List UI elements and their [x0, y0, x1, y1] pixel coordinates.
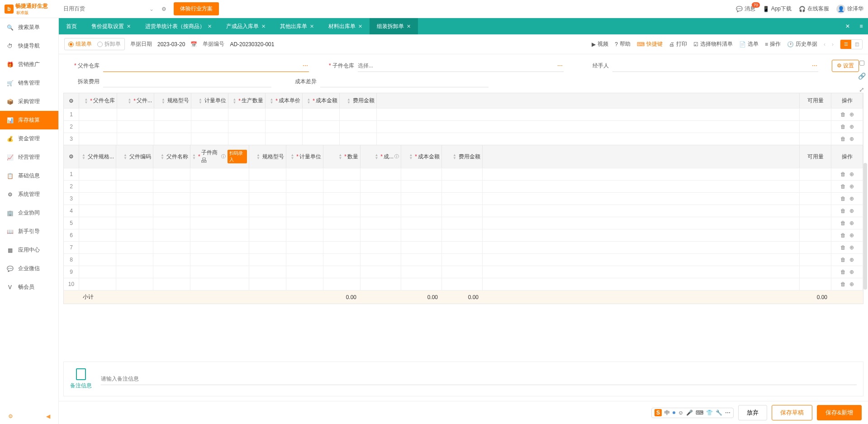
service-link[interactable]: 🎧 在线客服 [799, 5, 829, 13]
gear-button[interactable]: ⚙ [157, 3, 170, 15]
t1-add-3-icon[interactable]: ⊕ [849, 136, 854, 142]
sidebar-item-10[interactable]: 🏢企业协同 [0, 204, 58, 222]
help-link[interactable]: ? 帮助 [615, 40, 631, 48]
handler-picker-icon[interactable]: ⋯ [812, 62, 818, 69]
rail-box-icon[interactable]: ▢ [859, 59, 865, 66]
rail-expand-icon[interactable]: ⤢ [859, 86, 864, 93]
try-industry-button[interactable]: 体验行业方案 [174, 2, 219, 15]
scrollbar[interactable] [863, 163, 867, 290]
t2-del-5-icon[interactable]: 🗑 [840, 220, 846, 226]
tab-close-all[interactable]: ✕ [841, 18, 854, 34]
t1-header-3[interactable]: ▲▼计量单位 [191, 93, 228, 108]
t2-row-10[interactable]: 10🗑⊕ [64, 278, 863, 290]
action-link[interactable]: ≡ 操作 [765, 40, 781, 48]
settings-button[interactable]: ⚙ 设置 [832, 60, 859, 72]
sidebar-item-6[interactable]: 💰资金管理 [0, 129, 58, 148]
t2-gear[interactable]: ⚙ [64, 145, 79, 168]
sidebar-item-0[interactable]: 🔍搜索菜单 [0, 18, 58, 37]
sidebar-item-14[interactable]: V畅会员 [0, 278, 58, 296]
next-button[interactable]: › [832, 41, 834, 48]
t2-del-6-icon[interactable]: 🗑 [840, 232, 846, 238]
sidebar-item-13[interactable]: 💬企业微信 [0, 259, 58, 278]
t2-header-5[interactable]: ▲▼*计量单位 [286, 145, 323, 168]
sidebar-item-5[interactable]: 📊库存核算 [0, 111, 58, 129]
t2-del-1-icon[interactable]: 🗑 [840, 171, 846, 177]
t2-header-9[interactable]: ▲▼费用金额 [442, 145, 483, 168]
print-link[interactable]: 🖨 打印 [669, 40, 687, 48]
shortcut-link[interactable]: ⌨ 快捷键 [637, 40, 663, 48]
tab-0[interactable]: 首页 [59, 18, 84, 34]
rail-link-icon[interactable]: 🔗 [858, 72, 866, 80]
t2-header-1[interactable]: ▲▼父件编码 [116, 145, 153, 168]
history-link[interactable]: 🕑 历史单据 [787, 40, 817, 48]
t1-row-2[interactable]: 2🗑⊕ [64, 120, 863, 133]
t1-header-2[interactable]: ▲▼规格型号 [154, 93, 191, 108]
select-link[interactable]: 📄 选单 [739, 40, 759, 48]
t1-del-1-icon[interactable]: 🗑 [840, 111, 846, 118]
t2-header-7[interactable]: ▲▼*成...ⓘ [360, 145, 401, 168]
t1-del-3-icon[interactable]: 🗑 [840, 136, 846, 142]
t1-add-2-icon[interactable]: ⊕ [849, 124, 854, 130]
tab-2[interactable]: 进货单统计表（按商品）✕ [138, 18, 219, 34]
t2-del-4-icon[interactable]: 🗑 [840, 208, 846, 214]
video-link[interactable]: ▶ 视频 [592, 40, 608, 48]
t2-row-2[interactable]: 2🗑⊕ [64, 180, 863, 192]
t1-del-2-icon[interactable]: 🗑 [840, 124, 846, 130]
t2-del-10-icon[interactable]: 🗑 [840, 281, 846, 287]
t2-row-9[interactable]: 9🗑⊕ [64, 266, 863, 278]
t1-header-0[interactable]: ▲▼*父件仓库 [79, 93, 117, 108]
t2-header-6[interactable]: ▲▼*数量 [323, 145, 360, 168]
t2-header-4[interactable]: ▲▼规格型号 [249, 145, 286, 168]
t1-header-7[interactable]: ▲▼费用金额 [340, 93, 377, 108]
sidebar-item-12[interactable]: ▦应用中心 [0, 241, 58, 259]
handler-input[interactable] [612, 62, 812, 69]
cost-diff-input[interactable] [320, 78, 489, 85]
tab-4[interactable]: 其他出库单✕ [273, 18, 321, 34]
child-wh-picker-icon[interactable]: ⋯ [557, 62, 564, 69]
t1-row-3[interactable]: 3🗑⊕ [64, 133, 863, 145]
t2-row-3[interactable]: 3🗑⊕ [64, 192, 863, 205]
child-wh-input[interactable] [358, 62, 557, 69]
t2-add-1-icon[interactable]: ⊕ [849, 171, 854, 177]
t2-row-1[interactable]: 1🗑⊕ [64, 168, 863, 180]
prev-button[interactable]: ‹ [824, 41, 825, 48]
view-split[interactable]: ◫ [851, 40, 862, 49]
t2-del-3-icon[interactable]: 🗑 [840, 195, 846, 202]
t2-add-10-icon[interactable]: ⊕ [849, 281, 854, 287]
tab-1[interactable]: 售价提取设置✕ [84, 18, 138, 34]
t2-row-4[interactable]: 4🗑⊕ [64, 205, 863, 217]
tab-close-2[interactable]: ✕ [208, 24, 212, 29]
sidebar-item-3[interactable]: 🛒销售管理 [0, 74, 58, 92]
sidebar-item-4[interactable]: 📦采购管理 [0, 92, 58, 111]
t2-header-8[interactable]: ▲▼*成本金额 [401, 145, 442, 168]
t2-add-9-icon[interactable]: ⊕ [849, 269, 854, 275]
app-download-link[interactable]: 📱 App下载 [763, 5, 792, 13]
tab-6[interactable]: 组装拆卸单✕ [370, 18, 418, 34]
t1-row-1[interactable]: 1🗑⊕ [64, 108, 863, 120]
tab-close-5[interactable]: ✕ [358, 24, 362, 29]
parent-wh-picker-icon[interactable]: ⋯ [303, 62, 309, 69]
date-value[interactable]: 2023-03-20 [157, 41, 185, 48]
t1-add-1-icon[interactable]: ⊕ [849, 111, 854, 118]
tab-3[interactable]: 产成品入库单✕ [219, 18, 273, 34]
t2-add-7-icon[interactable]: ⊕ [849, 244, 854, 251]
material-list-link[interactable]: ☑ 选择物料清单 [693, 40, 733, 48]
sidebar-item-1[interactable]: ⏱快捷导航 [0, 37, 58, 55]
t2-del-8-icon[interactable]: 🗑 [840, 257, 846, 263]
t2-header-3[interactable]: ▲▼*子件商品ⓘ扫码录入 [190, 145, 249, 168]
t2-add-2-icon[interactable]: ⊕ [849, 183, 854, 190]
t2-row-8[interactable]: 8🗑⊕ [64, 253, 863, 266]
radio-disassemble[interactable]: 拆卸单 [97, 40, 121, 48]
t2-del-9-icon[interactable]: 🗑 [840, 269, 846, 275]
disassemble-fee-input[interactable] [103, 78, 271, 85]
parent-wh-input[interactable] [103, 62, 303, 69]
t2-row-5[interactable]: 5🗑⊕ [64, 217, 863, 229]
t1-gear[interactable]: ⚙ [64, 93, 79, 108]
save-new-button[interactable]: 保存&新增 [817, 405, 862, 420]
t1-header-6[interactable]: ▲▼*成本金额 [303, 93, 340, 108]
discard-button[interactable]: 放弃 [738, 405, 767, 420]
sidebar-item-7[interactable]: 📈经营管理 [0, 148, 58, 167]
t2-add-6-icon[interactable]: ⊕ [849, 232, 854, 238]
sidebar-collapse-icon[interactable]: ◀ [46, 413, 50, 419]
t1-header-1[interactable]: ▲▼*父件... [117, 93, 154, 108]
